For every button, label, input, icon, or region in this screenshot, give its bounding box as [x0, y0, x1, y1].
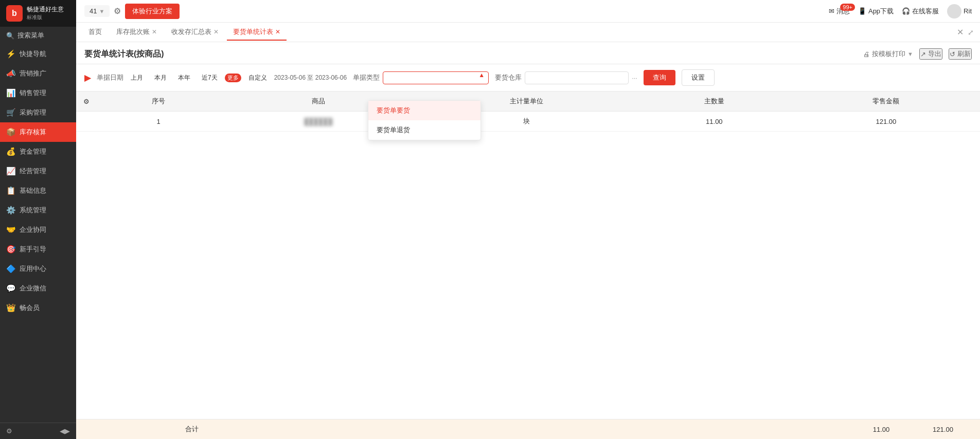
- col-header-settings[interactable]: ⚙: [76, 92, 97, 112]
- messages-badge: 99+: [840, 4, 855, 11]
- sidebar-item-label: 新手引导: [20, 245, 46, 254]
- row-amount-cell: 121.00: [792, 112, 980, 132]
- store-name: 41: [90, 7, 97, 15]
- this-month-button[interactable]: 本月: [150, 72, 171, 84]
- data-table: ⚙ 序号 商品 主计量单位 主数量: [76, 92, 980, 132]
- sidebar-item-system[interactable]: ⚙️ 系统管理: [0, 200, 76, 220]
- tab-receivable-summary[interactable]: 收发存汇总表 ✕: [165, 24, 225, 41]
- this-year-button[interactable]: 本年: [174, 72, 194, 84]
- guide-icon: 🎯: [6, 245, 15, 254]
- finance-icon: 💰: [6, 147, 15, 156]
- user-profile[interactable]: Rit: [947, 4, 972, 19]
- operations-icon: 📈: [6, 167, 15, 176]
- user-name: Rit: [964, 7, 972, 15]
- setting-button[interactable]: 设置: [682, 69, 715, 86]
- app-download-label: App下载: [868, 7, 894, 16]
- app-download-button[interactable]: 📱 App下载: [858, 7, 894, 16]
- message-icon: ✉: [829, 7, 834, 15]
- tab-close-all-button[interactable]: ✕: [957, 27, 964, 37]
- warehouse-filter-group: 要货仓库 ···: [495, 71, 637, 84]
- collapse-icon[interactable]: ◀▶: [60, 427, 70, 435]
- filter-toggle-button[interactable]: ▶: [84, 73, 91, 83]
- dropdown-item-order-return[interactable]: 要货单退货: [368, 120, 480, 140]
- tab-inventory-batch-label: 库存批次账: [116, 27, 150, 36]
- tab-home-label: 首页: [88, 27, 102, 36]
- sidebar-item-purchase[interactable]: 🛒 采购管理: [0, 103, 76, 122]
- sidebar-item-enterprise[interactable]: 🤝 企业协同: [0, 220, 76, 240]
- more-filter-button[interactable]: ···: [632, 74, 637, 82]
- refresh-icon: ↺: [950, 50, 955, 58]
- sidebar-item-marketing[interactable]: 📣 营销推广: [0, 64, 76, 83]
- sidebar-item-sales[interactable]: 📊 销售管理: [0, 83, 76, 103]
- search-icon: 🔍: [6, 32, 14, 40]
- sidebar-item-operations[interactable]: 📈 经营管理: [0, 161, 76, 181]
- sidebar-item-label: 应用中心: [20, 264, 46, 273]
- store-selector[interactable]: 41 ▼: [84, 5, 110, 17]
- sidebar-item-app-center[interactable]: 🔷 应用中心: [0, 259, 76, 279]
- tab-inventory-batch[interactable]: 库存批次账 ✕: [110, 24, 163, 41]
- sidebar-item-guide[interactable]: 🎯 新手引导: [0, 240, 76, 259]
- tab-inventory-batch-close[interactable]: ✕: [152, 28, 157, 35]
- store-dropdown-icon: ▼: [99, 8, 104, 14]
- sidebar-search[interactable]: 🔍 搜索菜单: [0, 27, 76, 44]
- footer-quantity: 11.00: [850, 426, 912, 433]
- sidebar-item-basic-info[interactable]: 📋 基础信息: [0, 181, 76, 200]
- sidebar-nav: ⚡ 快捷导航 📣 营销推广 📊 销售管理 🛒 采购管理 📦 库存核算 💰 资金管…: [0, 44, 76, 423]
- page-header: 要货单统计表(按商品) 🖨 按模板打印 ▼ ↗ 导出 ↺ 刷新: [76, 42, 980, 64]
- quick-nav-icon: ⚡: [6, 49, 15, 59]
- online-service-label: 在线客服: [912, 7, 939, 16]
- custom-date-button[interactable]: 自定义: [244, 72, 271, 84]
- gear-button[interactable]: ⚙: [114, 6, 121, 16]
- refresh-button[interactable]: ↺ 刷新: [949, 48, 972, 60]
- footer-label: 合计: [134, 425, 850, 434]
- sidebar-item-enterprise-wechat[interactable]: 💬 企业微信: [0, 279, 76, 298]
- sidebar-item-quick-nav[interactable]: ⚡ 快捷导航: [0, 44, 76, 64]
- tab-receivable-summary-close[interactable]: ✕: [213, 28, 219, 35]
- row-no-cell: 1: [97, 112, 220, 132]
- sidebar-item-label: 营销推广: [20, 69, 46, 78]
- table-area: ⚙ 序号 商品 主计量单位 主数量: [76, 92, 980, 419]
- sidebar-item-label: 企业微信: [20, 284, 46, 293]
- sidebar-item-members[interactable]: 👑 畅会员: [0, 298, 76, 318]
- last-7-days-button[interactable]: 近7天: [198, 72, 222, 84]
- sales-icon: 📊: [6, 88, 15, 98]
- row-product-name: ██████: [304, 118, 332, 125]
- dropdown-item-order-goods[interactable]: 要货单要货: [368, 101, 480, 120]
- export-button[interactable]: ↗ 导出: [919, 48, 942, 60]
- online-service-button[interactable]: 🎧 在线客服: [902, 7, 939, 16]
- enterprise-icon: 🤝: [6, 225, 15, 234]
- inventory-icon: 📦: [6, 127, 15, 137]
- settings-icon[interactable]: ⚙: [6, 427, 12, 435]
- type-filter-input[interactable]: [383, 71, 489, 84]
- tab-expand-button[interactable]: ⤢: [968, 28, 974, 36]
- last-month-button[interactable]: 上月: [127, 72, 147, 84]
- topbar-left: 41 ▼ ⚙ 体验行业方案: [84, 4, 823, 19]
- tab-home[interactable]: 首页: [82, 24, 108, 41]
- tabs-bar: 首页 库存批次账 ✕ 收发存汇总表 ✕ 要货单统计表 ✕ ✕ ⤢: [76, 23, 980, 42]
- sidebar-item-finance[interactable]: 💰 资金管理: [0, 142, 76, 161]
- date-range-text: 2023-05-06 至 2023-06-06: [274, 74, 347, 82]
- query-button[interactable]: 查询: [644, 70, 675, 85]
- table-row: 1 ██████ 块 11.00 121.00: [76, 112, 980, 132]
- sidebar-item-label: 基础信息: [20, 186, 46, 195]
- sidebar-logo: b 畅捷通好生意 标准版: [0, 0, 76, 27]
- filter-area: ▶ 单据日期 上月 本月 本年 近7天 更多 自定义 2023-05-06 至 …: [76, 64, 980, 92]
- tab-receivable-summary-label: 收发存汇总表: [171, 27, 211, 36]
- tab-order-summary-close[interactable]: ✕: [275, 28, 280, 35]
- sidebar-item-label: 企业协同: [20, 225, 46, 234]
- trial-button[interactable]: 体验行业方案: [125, 4, 180, 19]
- more-badge[interactable]: 更多: [225, 74, 241, 82]
- sidebar-bottom: ⚙ ◀▶: [0, 423, 76, 439]
- logo-subtitle: 标准版: [27, 14, 64, 21]
- page-title: 要货单统计表(按商品): [84, 49, 164, 60]
- print-button[interactable]: 🖨 按模板打印 ▼: [863, 49, 913, 59]
- date-filter-label: 单据日期: [97, 73, 123, 82]
- messages-button[interactable]: ✉ 消息 99+: [829, 7, 850, 16]
- sidebar-item-label: 畅会员: [20, 303, 40, 313]
- sidebar-item-label: 销售管理: [20, 88, 46, 98]
- app-center-icon: 🔷: [6, 264, 15, 273]
- tab-order-summary[interactable]: 要货单统计表 ✕: [227, 24, 287, 41]
- sidebar-item-label: 资金管理: [20, 147, 46, 156]
- sidebar-item-inventory[interactable]: 📦 库存核算: [0, 122, 76, 142]
- warehouse-filter-input[interactable]: [525, 71, 629, 84]
